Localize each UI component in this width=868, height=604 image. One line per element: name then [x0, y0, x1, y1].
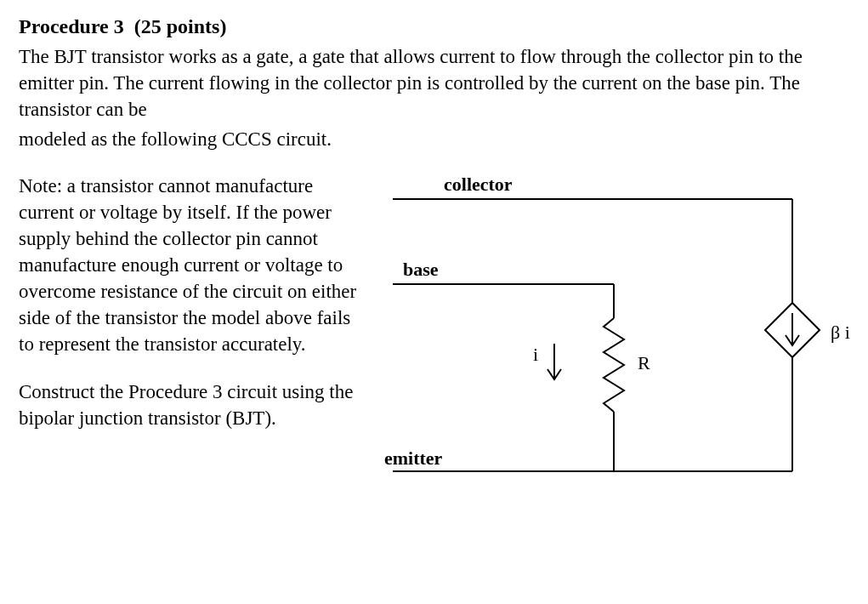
intro-text: The BJT transistor works as a gate, a ga… [19, 43, 849, 123]
label-R: R [638, 352, 650, 373]
circuit-svg: collector base emitter i R β i [367, 157, 868, 514]
left-column: modeled as the following CCCS circuit. N… [19, 126, 359, 430]
para2: Note: a transistor cannot manufacture cu… [19, 173, 359, 357]
body-area: modeled as the following CCCS circuit. N… [19, 126, 849, 430]
current-source [765, 303, 820, 357]
circuit-diagram: collector base emitter i R β i [367, 157, 868, 514]
title-points: (25 points) [134, 15, 227, 37]
label-emitter: emitter [384, 447, 443, 469]
label-base: base [403, 259, 439, 280]
label-i: i [533, 344, 538, 365]
para3: Construct the Procedure 3 circuit using … [19, 379, 359, 431]
resistor [604, 318, 624, 412]
procedure-title: Procedure 3 (25 points) [19, 15, 849, 38]
para1-continued: modeled as the following CCCS circuit. [19, 126, 359, 152]
label-collector: collector [444, 174, 513, 195]
title-prefix: Procedure 3 [19, 15, 124, 37]
current-i-arrow [547, 344, 561, 379]
label-beta-i: β i [831, 322, 850, 343]
